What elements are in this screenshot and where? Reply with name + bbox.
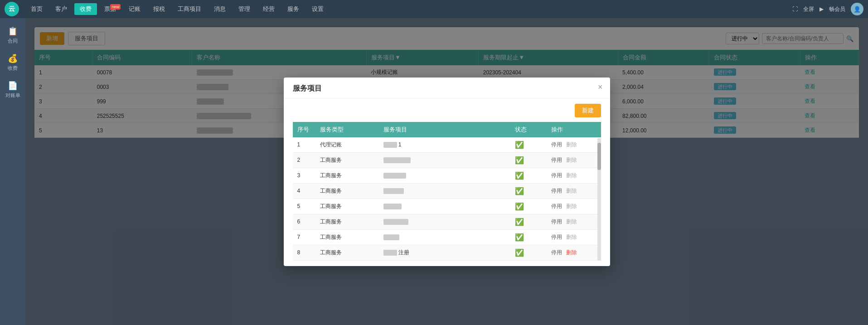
sidebar-item-contract[interactable]: 📋 合同 <box>1 23 24 48</box>
modal-table-row: 2 工商服务 ✅ 停用 删除 <box>293 152 601 168</box>
del-btn[interactable]: 删除 <box>566 203 577 209</box>
status-check-icon: ✅ <box>515 187 524 195</box>
stop-btn[interactable]: 停用 <box>551 203 562 209</box>
avatar[interactable]: 👤 <box>851 3 863 15</box>
contract-icon: 📋 <box>8 26 18 36</box>
modal-toolbar: 新建 <box>293 104 601 117</box>
scrollbar-thumb[interactable] <box>597 143 601 170</box>
nav-shoufei[interactable]: 收费 <box>74 3 97 15</box>
del-btn[interactable]: 删除 <box>566 141 577 148</box>
stop-btn[interactable]: 停用 <box>551 249 562 256</box>
app-logo: 云 <box>5 2 19 16</box>
nav-gongshang[interactable]: 工商项目 <box>172 3 207 15</box>
nav-baoshui[interactable]: 报税 <box>148 3 170 15</box>
stop-btn[interactable]: 停用 <box>551 141 562 148</box>
modal-table-row: 8 工商服务 注册 ✅ 停用 删除 <box>293 245 601 260</box>
modal-table-row: 4 工商服务 ✅ 停用 删除 <box>293 183 601 199</box>
stop-btn[interactable]: 停用 <box>551 157 562 163</box>
sidebar-label-shoufei: 收费 <box>8 65 18 72</box>
stop-btn[interactable]: 停用 <box>551 234 562 240</box>
content-area: 新增 服务项目 进行中 🔍 序号 合同编码 客户名称 服务项目▼ <box>25 18 868 325</box>
stop-btn[interactable]: 停用 <box>551 218 562 225</box>
top-right: ⛶ 全屏 ▶ 畅会员 👤 <box>792 3 863 15</box>
modal-table-row: 6 工商服务 ✅ 停用 删除 <box>293 214 601 229</box>
service-table: 序号 服务类型 服务项目 状态 操作 1 <box>293 122 601 261</box>
member-icon[interactable]: ▶ <box>820 6 824 12</box>
member-label[interactable]: 畅会员 <box>829 5 845 13</box>
del-btn[interactable]: 删除 <box>566 218 577 225</box>
service-modal: 服务项目 × 新建 序号 服务类型 服务项目 <box>284 78 610 266</box>
nav-guanli[interactable]: 管理 <box>233 3 256 15</box>
sidebar: 📋 合同 💰 收费 📄 对账单 <box>0 18 25 325</box>
modal-header: 服务项目 × <box>284 78 610 98</box>
fullscreen-label[interactable]: 全屏 <box>803 5 814 13</box>
status-check-icon: ✅ <box>515 203 524 210</box>
sidebar-label-contract: 合同 <box>8 38 18 44</box>
stop-btn[interactable]: 停用 <box>551 172 562 179</box>
modal-col-no: 序号 <box>293 122 315 137</box>
stop-btn[interactable]: 停用 <box>551 188 562 194</box>
modal-body: 新建 序号 服务类型 服务项目 状态 操作 <box>284 98 610 266</box>
nav-jizhang[interactable]: 记账 <box>123 3 146 15</box>
sidebar-item-shoufei[interactable]: 💰 收费 <box>1 50 24 75</box>
modal-table-row: 5 工商服务 ✅ 停用 删除 <box>293 199 601 214</box>
duizhang-icon: 📄 <box>8 81 18 91</box>
modal-new-btn[interactable]: 新建 <box>575 104 601 117</box>
nav-fuwu[interactable]: 服务 <box>282 3 305 15</box>
modal-table-wrap: 序号 服务类型 服务项目 状态 操作 1 <box>293 122 601 261</box>
status-check-icon: ✅ <box>515 141 524 149</box>
modal-col-op: 操作 <box>547 122 601 137</box>
new-badge: new <box>110 4 121 10</box>
sidebar-label-duizhang: 对账单 <box>5 92 20 99</box>
nav-jingying[interactable]: 经营 <box>257 3 280 15</box>
modal-overlay: 服务项目 × 新建 序号 服务类型 服务项目 <box>25 18 868 325</box>
nav-piaoju[interactable]: 票据 new <box>99 3 121 15</box>
main-layout: 📋 合同 💰 收费 📄 对账单 新增 服务项目 进行中 🔍 <box>0 18 868 325</box>
del-btn[interactable]: 删除 <box>566 157 577 163</box>
status-check-icon: ✅ <box>515 218 524 226</box>
status-check-icon: ✅ <box>515 249 524 257</box>
modal-col-item: 服务项目 <box>379 122 510 137</box>
status-check-icon: ✅ <box>515 172 524 179</box>
modal-title: 服务项目 <box>293 84 322 93</box>
sidebar-item-duizhang[interactable]: 📄 对账单 <box>1 77 24 102</box>
modal-close-btn[interactable]: × <box>598 83 603 91</box>
status-check-icon: ✅ <box>515 233 524 241</box>
del-btn[interactable]: 删除 <box>566 234 577 240</box>
modal-table-row: 7 工商服务 ✅ 停用 删除 <box>293 229 601 245</box>
status-check-icon: ✅ <box>515 156 524 164</box>
del-btn[interactable]: 删除 <box>566 172 577 179</box>
del-btn[interactable]: 删除 <box>566 249 577 256</box>
top-nav: 云 首页 客户 收费 票据 new 记账 报税 工商项目 消息 管理 经营 服务… <box>0 0 868 18</box>
modal-col-type: 服务类型 <box>315 122 379 137</box>
modal-table-row: 3 工商服务 ✅ 停用 删除 <box>293 168 601 183</box>
nav-home[interactable]: 首页 <box>25 3 48 15</box>
nav-shezhi[interactable]: 设置 <box>306 3 329 15</box>
del-btn[interactable]: 删除 <box>566 188 577 194</box>
nav-xiaoxi[interactable]: 消息 <box>209 3 231 15</box>
modal-table-row: 1 代理记账 1 ✅ 停用 删除 <box>293 137 601 153</box>
shoufei-icon: 💰 <box>8 53 18 63</box>
nav-customer[interactable]: 客户 <box>50 3 73 15</box>
nav-items: 首页 客户 收费 票据 new 记账 报税 工商项目 消息 管理 经营 服务 设… <box>25 3 792 15</box>
fullscreen-icon[interactable]: ⛶ <box>792 6 798 12</box>
modal-col-status: 状态 <box>510 122 547 137</box>
scrollbar-track[interactable] <box>597 138 601 261</box>
